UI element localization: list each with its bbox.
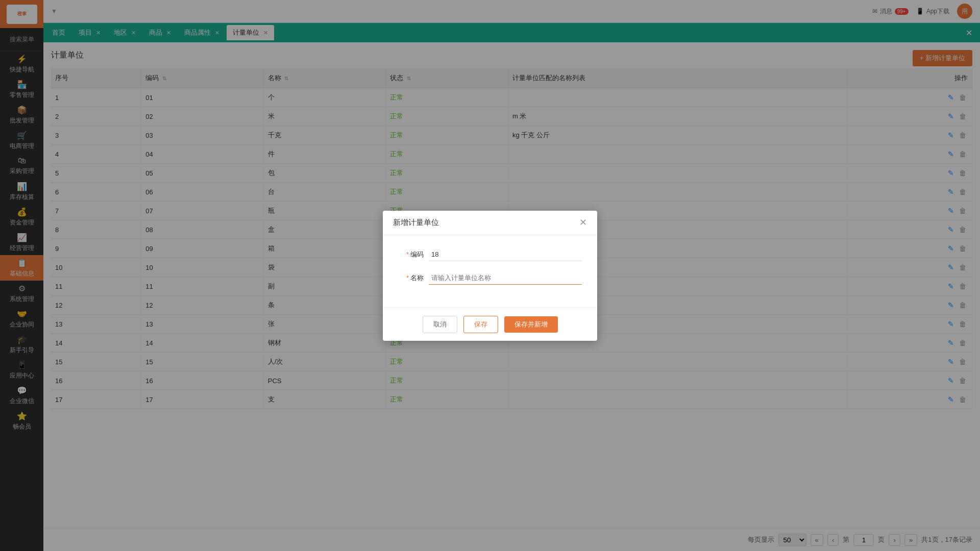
cancel-button[interactable]: 取消 [423, 316, 457, 333]
modal-title: 新增计量单位 [393, 218, 439, 228]
code-label: *编码 [398, 250, 429, 259]
code-form-row: *编码 [398, 248, 582, 261]
name-input[interactable] [429, 271, 582, 285]
modal-body: *编码 *名称 [383, 235, 597, 308]
modal-close-button[interactable]: ✕ [579, 218, 587, 227]
modal-overlay: 新增计量单位 ✕ *编码 *名称 取消 保存 保存并新增 [0, 0, 980, 551]
modal-header: 新增计量单位 ✕ [383, 211, 597, 235]
code-input[interactable] [429, 248, 582, 261]
modal-footer: 取消 保存 保存并新增 [383, 308, 597, 341]
save-and-new-button[interactable]: 保存并新增 [504, 316, 558, 333]
code-required-mark: * [406, 251, 409, 258]
name-required-mark: * [406, 274, 409, 282]
name-label: *名称 [398, 273, 429, 283]
add-unit-modal: 新增计量单位 ✕ *编码 *名称 取消 保存 保存并新增 [383, 211, 597, 341]
name-form-row: *名称 [398, 271, 582, 285]
save-button[interactable]: 保存 [463, 316, 498, 333]
